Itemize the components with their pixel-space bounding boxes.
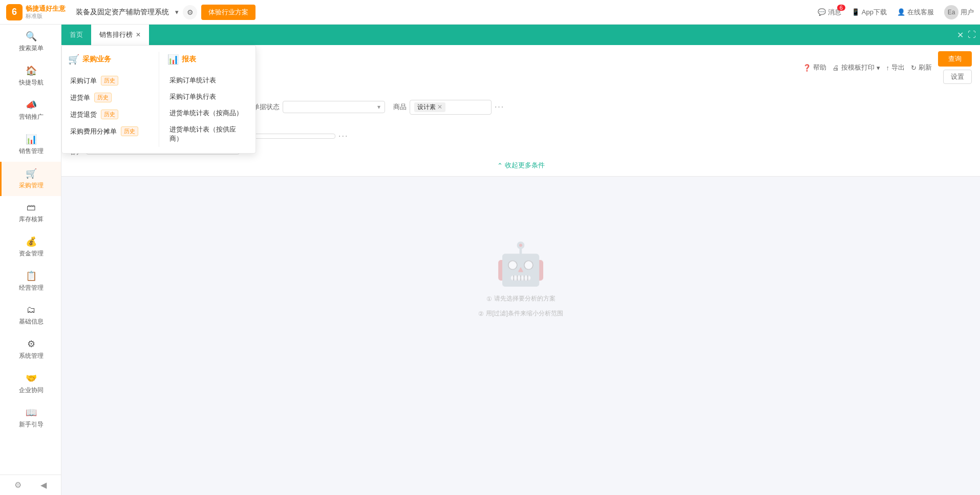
dropdown-menu: 🛒 采购业务 采购订单 历史 进货单 历史 进货退货 历史 <box>61 45 256 154</box>
query-button[interactable]: 查询 <box>938 51 972 67</box>
menu-item-expense[interactable]: 采购费用分摊单 历史 <box>68 123 151 140</box>
menu-col-reports: 📊 报表 采购订单统计表 采购订单执行表 进货单统计表（按商品） 进货单统计表（… <box>161 52 256 147</box>
sales-icon: 📊 <box>26 134 37 145</box>
sidebar-item-system[interactable]: ⚙ 系统管理 <box>0 332 61 367</box>
hist-badge: 历史 <box>101 76 118 85</box>
sidebar-item-inventory[interactable]: 🗃 库存核算 <box>0 196 61 230</box>
logo-icon: 6 <box>6 4 23 20</box>
collapse-button[interactable]: ⌃ 收起更多条件 <box>497 161 545 170</box>
purchase-icon: 🛒 <box>26 168 37 179</box>
menu-item-incoming-goods[interactable]: 进货单统计表（按商品） <box>167 105 250 121</box>
menu-item-purchase-order[interactable]: 采购订单 历史 <box>68 72 151 89</box>
message-badge: 6 <box>837 5 845 11</box>
sidebar-item-finance[interactable]: 💰 资金管理 <box>0 230 61 264</box>
user-button[interactable]: Ea 用户 <box>944 5 974 19</box>
export-button[interactable]: ↑ 导出 <box>886 63 905 72</box>
sidebar-item-label: 快捷导航 <box>19 78 44 87</box>
tab-sales-rank[interactable]: 销售排行榜 ✕ <box>91 25 149 45</box>
menu-item-incoming-supplier[interactable]: 进货单统计表（按供应商） <box>167 121 250 147</box>
reports-menu-icon: 📊 <box>167 54 179 65</box>
sidebar-item-purchase[interactable]: 🛒 采购管理 <box>0 162 61 196</box>
print-button[interactable]: 🖨 按模板打印 ▾ <box>833 63 880 72</box>
main-layout: 🔍 搜索菜单 🏠 快捷导航 📣 营销推广 📊 销售管理 🛒 采购管理 🗃 库存核… <box>0 25 980 495</box>
sidebar-item-label: 采购管理 <box>19 181 44 190</box>
tab-sales-rank-label: 销售排行榜 <box>99 30 133 39</box>
menu-item-order-exec[interactable]: 采购订单执行表 <box>167 89 250 105</box>
sidebar-item-label: 系统管理 <box>19 352 44 360</box>
collapse-row: ⌃ 收起更多条件 <box>70 161 972 170</box>
gear-button[interactable]: ⚙ <box>183 5 197 19</box>
sidebar-item-label: 库存核算 <box>19 215 44 224</box>
tab-home[interactable]: 首页 <box>61 25 91 45</box>
status-control[interactable]: ▾ <box>283 101 385 113</box>
tab-home-label: 首页 <box>70 30 83 39</box>
tab-bar-actions: ✕ ⛶ <box>957 30 980 40</box>
hist-badge: 历史 <box>121 126 138 136</box>
filter-goods: 商品 设计素 ✕ ··· <box>393 100 504 115</box>
menu-col-reports-title: 📊 报表 <box>167 52 250 67</box>
app-download-button[interactable]: 📱 App下载 <box>851 8 887 17</box>
status-label: 单据状态 <box>253 102 280 112</box>
sidebar-item-sales[interactable]: 📊 销售管理 <box>0 127 61 162</box>
goods-control[interactable]: 设计素 ✕ <box>410 100 492 115</box>
sidebar-item-enterprise[interactable]: 🤝 企业协同 <box>0 367 61 401</box>
refresh-button[interactable]: ↻ 刷新 <box>911 63 932 72</box>
service-icon: 👤 <box>897 8 905 16</box>
tab-close-icon[interactable]: ✕ <box>136 31 141 38</box>
tab-expand-button[interactable]: ⛶ <box>968 30 976 39</box>
logo-sub: 标准版 <box>26 13 66 19</box>
refresh-icon: ↻ <box>911 64 917 72</box>
hist-badge: 历史 <box>101 110 118 119</box>
empty-state: 🤖 ① 请先选择要分析的方案 ② 用[过滤]条件来缩小分析范围 <box>61 177 980 381</box>
sidebar-item-basicinfo[interactable]: 🗂 基础信息 <box>0 298 61 332</box>
message-button[interactable]: 💬 消息 6 <box>818 8 841 17</box>
sidebar-item-quicknav[interactable]: 🏠 快捷导航 <box>0 59 61 93</box>
menu-divider <box>159 52 159 147</box>
salesman-more-icon[interactable]: ··· <box>338 132 348 141</box>
help-button[interactable]: ❓ 帮助 <box>803 63 826 72</box>
menu-item-order-stat[interactable]: 采购订单统计表 <box>167 72 250 89</box>
menu-item-incoming[interactable]: 进货单 历史 <box>68 89 151 106</box>
search-icon: 🔍 <box>26 31 37 42</box>
sidebar-bottom: ⚙ ◀ <box>0 475 61 495</box>
tab-bar: 首页 销售排行榜 ✕ 🛒 采购业务 采购订单 历史 <box>61 25 980 45</box>
tab-close-all-button[interactable]: ✕ <box>957 30 964 40</box>
sidebar-item-label: 基础信息 <box>19 317 44 326</box>
goods-more-icon[interactable]: ··· <box>495 102 504 112</box>
print-dropdown-icon: ▾ <box>877 64 880 72</box>
purchase-menu-icon: 🛒 <box>68 54 79 65</box>
filter-status: 单据状态 ▾ <box>253 101 385 113</box>
empty-hint-1: ① 请先选择要分析的方案 <box>486 294 556 303</box>
online-service-button[interactable]: 👤 在线客服 <box>897 8 934 17</box>
set-button[interactable]: 设置 <box>943 70 972 84</box>
sidebar-collapse-btn[interactable]: ◀ <box>40 480 47 490</box>
sidebar-settings-btn[interactable]: ⚙ <box>14 480 22 490</box>
enterprise-icon: 🤝 <box>26 373 37 384</box>
sidebar-item-search[interactable]: 🔍 搜索菜单 <box>0 25 61 59</box>
logo-area: 6 畅捷通好生意 标准版 <box>6 4 68 20</box>
sidebar-item-label: 营销推广 <box>19 113 44 121</box>
help-icon: ❓ <box>803 64 811 72</box>
sidebar-item-label: 搜索菜单 <box>19 44 44 53</box>
goods-tag-close[interactable]: ✕ <box>437 103 442 111</box>
top-header: 6 畅捷通好生意 标准版 装备及固定资产辅助管理系统 ▾ ⚙ 体验行业方案 💬 … <box>0 0 980 25</box>
sidebar-item-label: 经营管理 <box>19 284 44 292</box>
sidebar-item-operation[interactable]: 📋 经营管理 <box>0 264 61 298</box>
header-right: 💬 消息 6 📱 App下载 👤 在线客服 Ea 用户 <box>818 5 974 19</box>
menu-item-return[interactable]: 进货退货 历史 <box>68 106 151 123</box>
inventory-icon: 🗃 <box>27 202 36 213</box>
export-icon: ↑ <box>886 64 890 72</box>
industry-button[interactable]: 体验行业方案 <box>201 5 255 20</box>
title-dropdown-icon[interactable]: ▾ <box>175 8 179 16</box>
sidebar-item-marketing[interactable]: 📣 营销推广 <box>0 93 61 127</box>
system-icon: ⚙ <box>27 338 35 350</box>
newguide-icon: 📖 <box>26 407 37 418</box>
collapse-icon: ⌃ <box>497 162 503 169</box>
user-avatar: Ea <box>944 5 958 19</box>
content-area: 首页 销售排行榜 ✕ 🛒 采购业务 采购订单 历史 <box>61 25 980 495</box>
empty-illustration: 🤖 <box>495 240 546 288</box>
goods-tag: 设计素 ✕ <box>414 102 445 112</box>
sidebar: 🔍 搜索菜单 🏠 快捷导航 📣 营销推广 📊 销售管理 🛒 采购管理 🗃 库存核… <box>0 25 61 495</box>
empty-hint-2: ② 用[过滤]条件来缩小分析范围 <box>478 309 563 318</box>
sidebar-item-newguide[interactable]: 📖 新手引导 <box>0 401 61 435</box>
